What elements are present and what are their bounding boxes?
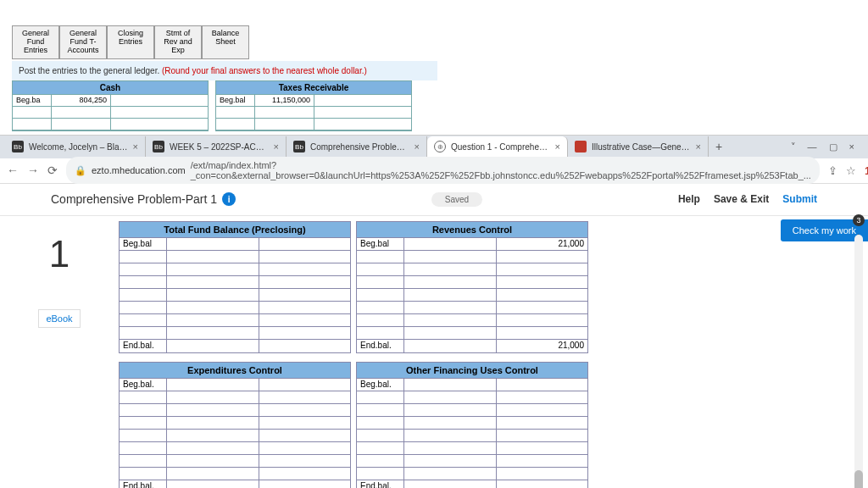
cell[interactable] [497, 289, 588, 301]
chevron-down-icon[interactable]: ˅ [791, 141, 796, 152]
cell[interactable] [497, 263, 588, 275]
share-icon[interactable]: ⇪ [828, 164, 837, 177]
cell[interactable] [167, 404, 259, 416]
browser-tab[interactable]: BbComprehensive Problem - Part 1× [287, 136, 427, 157]
forward-icon[interactable]: → [27, 164, 39, 177]
cell[interactable] [167, 251, 259, 263]
cell[interactable] [404, 314, 497, 326]
cell[interactable] [120, 276, 167, 288]
submit-link[interactable]: Submit [782, 193, 817, 205]
cell[interactable] [167, 430, 259, 441]
cell[interactable] [52, 107, 111, 118]
cell[interactable] [404, 430, 497, 441]
cell[interactable] [120, 468, 167, 480]
cell[interactable] [357, 404, 404, 416]
cell[interactable] [167, 314, 259, 326]
cell[interactable] [259, 455, 351, 467]
browser-tab[interactable]: BbWEEK 5 – 2022SP-ACC-149-I01× [146, 136, 287, 157]
close-window-icon[interactable]: × [849, 141, 854, 152]
cell[interactable] [357, 442, 404, 454]
cell[interactable] [120, 302, 167, 313]
cell[interactable] [259, 404, 351, 416]
tab-closing[interactable]: Closing Entries [107, 25, 154, 59]
ext-icon[interactable]: 1p [865, 164, 868, 177]
cell[interactable] [357, 263, 404, 275]
back-icon[interactable]: ← [7, 164, 19, 177]
cell[interactable] [167, 480, 259, 488]
cell[interactable] [497, 455, 588, 467]
cell[interactable] [404, 251, 497, 263]
cell[interactable] [497, 276, 588, 288]
cell[interactable] [314, 119, 411, 130]
cell[interactable] [216, 119, 255, 130]
cell[interactable] [120, 430, 167, 441]
cell[interactable] [357, 468, 404, 480]
cell[interactable] [120, 314, 167, 326]
cell[interactable] [259, 417, 351, 429]
new-tab-button[interactable]: + [709, 140, 729, 153]
cell[interactable] [357, 251, 404, 263]
cell[interactable] [259, 442, 351, 454]
cell[interactable] [167, 442, 259, 454]
cell[interactable] [120, 391, 167, 403]
cell[interactable] [120, 289, 167, 301]
cell[interactable] [167, 276, 259, 288]
cell[interactable] [404, 379, 497, 391]
cell[interactable] [111, 119, 208, 130]
cell[interactable] [120, 442, 167, 454]
close-icon[interactable]: × [696, 141, 701, 152]
cell[interactable] [404, 340, 497, 352]
tab-gf-entries[interactable]: General Fund Entries [12, 25, 59, 59]
cell[interactable] [259, 468, 351, 480]
cell[interactable] [167, 263, 259, 275]
cell[interactable] [167, 327, 259, 339]
cell[interactable] [259, 302, 351, 313]
scrollbar-thumb[interactable] [854, 470, 863, 488]
cell[interactable] [404, 238, 497, 250]
close-icon[interactable]: × [274, 141, 279, 152]
cell[interactable] [497, 404, 588, 416]
cell[interactable] [255, 119, 314, 130]
cell[interactable] [259, 391, 351, 403]
cell[interactable] [259, 430, 351, 441]
cell[interactable] [120, 251, 167, 263]
close-icon[interactable]: × [555, 141, 560, 152]
cell[interactable] [497, 468, 588, 480]
cell[interactable] [259, 238, 351, 250]
cell[interactable] [167, 391, 259, 403]
star-icon[interactable]: ☆ [846, 164, 856, 177]
close-icon[interactable]: × [415, 141, 420, 152]
cell[interactable] [259, 289, 351, 301]
browser-tab-active[interactable]: ⊕Question 1 - Comprehensive Pro× [427, 136, 568, 157]
scrollbar-track[interactable] [854, 235, 863, 488]
cell[interactable] [167, 417, 259, 429]
cell[interactable] [111, 107, 208, 118]
close-icon[interactable]: × [133, 141, 138, 152]
cell[interactable] [167, 340, 259, 352]
cell[interactable] [497, 314, 588, 326]
cell[interactable] [255, 107, 314, 118]
cell[interactable] [357, 430, 404, 441]
browser-tab[interactable]: Illustrative Case—General Fund× [568, 136, 709, 157]
cell[interactable] [259, 327, 351, 339]
cell[interactable] [497, 391, 588, 403]
cell[interactable] [167, 379, 259, 391]
save-exit-link[interactable]: Save & Exit [714, 193, 769, 205]
cell[interactable] [167, 468, 259, 480]
tab-stmt[interactable]: Stmt of Rev and Exp [154, 25, 202, 59]
cell[interactable] [120, 404, 167, 416]
browser-tab[interactable]: BbWelcome, Jocelyn – Blackboard L× [5, 136, 146, 157]
cell[interactable] [167, 289, 259, 301]
cell[interactable] [120, 455, 167, 467]
cell[interactable] [357, 289, 404, 301]
maximize-icon[interactable]: ▢ [829, 141, 837, 152]
cell[interactable] [497, 442, 588, 454]
cell[interactable] [357, 391, 404, 403]
cell[interactable] [497, 417, 588, 429]
cell[interactable] [259, 276, 351, 288]
cell[interactable] [111, 95, 208, 106]
info-icon[interactable]: i [222, 192, 236, 206]
cell[interactable] [259, 480, 351, 488]
cell[interactable] [404, 391, 497, 403]
cell[interactable] [404, 289, 497, 301]
